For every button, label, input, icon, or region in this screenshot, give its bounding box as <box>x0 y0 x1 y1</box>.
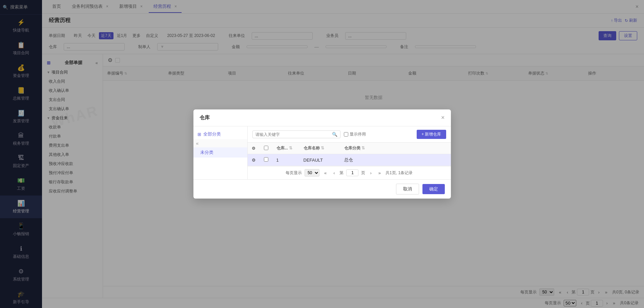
warehouse-modal: 仓库 × ⊞ 全部分类 « 未分类 <box>193 109 451 199</box>
modal-tree: ⊞ 全部分类 « 未分类 <box>193 126 248 179</box>
modal-row-checkbox[interactable] <box>264 157 268 162</box>
modal-th-cat: 仓库分类 ⇅ <box>340 143 451 154</box>
modal-table-row[interactable]: ⚙ 1 DEFAULT 总仓 <box>248 154 451 166</box>
modal-footer: 取消 确定 <box>193 179 451 199</box>
sort-icon-name: ⇅ <box>321 146 324 150</box>
cancel-button[interactable]: 取消 <box>396 184 419 194</box>
modal-search-input[interactable] <box>255 132 332 137</box>
collapse-left-icon: « <box>196 141 199 146</box>
show-disabled-checkbox[interactable] <box>344 132 348 137</box>
add-warehouse-button[interactable]: + 新增仓库 <box>417 130 446 139</box>
modal-th-name: 仓库名称 ⇅ <box>299 143 340 154</box>
show-disabled-toggle[interactable]: 显示停用 <box>344 131 366 137</box>
modal-row-name: 总仓 <box>340 154 451 166</box>
modal-total-info: 共1页, 1条记录 <box>386 170 413 176</box>
modal-tree-collapse-btn[interactable]: « <box>193 139 247 147</box>
modal-per-page-select[interactable]: 50 <box>305 169 319 177</box>
sort-icon-id: ⇅ <box>289 146 292 150</box>
modal-table: ⚙ 仓库... ⇅ 仓库名称 ⇅ <box>248 143 451 166</box>
modal-title: 仓库 <box>200 115 210 121</box>
modal-th-check <box>260 143 272 154</box>
modal-search-box[interactable]: 🔍 <box>252 130 340 138</box>
modal-first-btn[interactable]: « <box>322 170 329 176</box>
modal-tree-item-unclassified[interactable]: 未分类 <box>193 147 247 158</box>
modal-select-all[interactable] <box>264 146 268 150</box>
modal-next-btn[interactable]: › <box>368 170 373 176</box>
modal-tree-all-label: 全部分类 <box>203 131 221 137</box>
modal-overlay[interactable]: 仓库 × ⊞ 全部分类 « 未分类 <box>0 0 644 308</box>
modal-row-check[interactable] <box>260 154 272 166</box>
modal-page-pre-label: 第 <box>339 170 344 176</box>
modal-last-btn[interactable]: » <box>376 170 383 176</box>
modal-body: ⊞ 全部分类 « 未分类 🔍 <box>193 126 451 179</box>
modal-pagination: 每页显示 50 « ‹ 第 页 › » 共1页, 1条记录 <box>248 166 451 179</box>
show-disabled-label: 显示停用 <box>350 131 366 137</box>
modal-row-gear: ⚙ <box>248 154 260 166</box>
modal-search-icon: 🔍 <box>332 132 337 137</box>
modal-per-page-label: 每页显示 <box>286 170 302 176</box>
modal-prev-btn[interactable]: ‹ <box>331 170 337 176</box>
modal-tree-header[interactable]: ⊞ 全部分类 <box>193 129 247 139</box>
modal-th-gear: ⚙ <box>248 143 260 154</box>
modal-close-btn[interactable]: × <box>441 114 445 121</box>
modal-tree-grid-icon: ⊞ <box>198 132 201 137</box>
modal-right-content: 🔍 显示停用 + 新增仓库 ⚙ <box>248 126 451 179</box>
modal-th-id: 仓库... ⇅ <box>272 143 299 154</box>
modal-row-code: DEFAULT <box>299 154 340 166</box>
modal-page-label: 页 <box>361 170 365 176</box>
modal-header: 仓库 × <box>193 109 451 126</box>
sort-icon-cat: ⇅ <box>361 146 365 150</box>
modal-page-input[interactable] <box>346 169 358 176</box>
confirm-button[interactable]: 确定 <box>422 184 445 194</box>
modal-toolbar: 🔍 显示停用 + 新增仓库 <box>248 126 451 143</box>
modal-row-id: 1 <box>272 154 299 166</box>
